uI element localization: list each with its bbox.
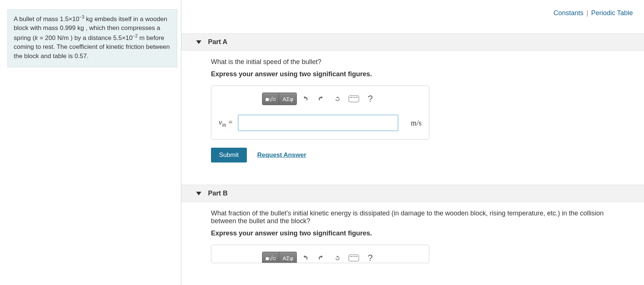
part-b-title: Part B — [208, 190, 228, 197]
undo-button[interactable] — [297, 93, 313, 105]
part-a: Part A What is the initial speed of the … — [181, 33, 644, 174]
reset-button[interactable] — [329, 252, 346, 263]
redo-button[interactable] — [313, 252, 329, 263]
part-b-header[interactable]: Part B — [181, 185, 644, 202]
greek-symbols-button[interactable]: ΑΣφ — [279, 93, 296, 105]
action-row-a: Submit Request Answer — [211, 148, 629, 162]
variable-label: vin = — [219, 118, 233, 128]
periodic-table-link[interactable]: Periodic Table — [591, 9, 633, 17]
collapse-icon — [196, 40, 201, 44]
format-button-group: √ ΑΣφ — [262, 93, 297, 105]
answer-input-row: vin = m/s — [219, 115, 422, 131]
part-b-body: What fraction of the bullet's initial ki… — [181, 202, 644, 263]
help-button[interactable]: ? — [362, 93, 378, 105]
part-a-question: What is the initial speed of the bullet? — [211, 58, 629, 66]
problem-sidebar: A bullet of mass 1.5×10−3 kg embeds itse… — [0, 0, 181, 285]
constants-link[interactable]: Constants — [553, 9, 583, 17]
reference-links: Constants | Periodic Table — [553, 9, 633, 17]
collapse-icon — [196, 192, 201, 195]
units-label: m/s — [411, 119, 422, 127]
part-b-question: What fraction of the bullet's initial ki… — [211, 209, 629, 225]
request-answer-link[interactable]: Request Answer — [257, 151, 306, 159]
keyboard-button[interactable] — [346, 252, 362, 263]
link-separator: | — [587, 9, 588, 17]
templates-button[interactable]: √ — [262, 93, 279, 105]
problem-statement: A bullet of mass 1.5×10−3 kg embeds itse… — [7, 9, 177, 67]
format-button-group: √ ΑΣφ — [262, 252, 297, 263]
part-b: Part B What fraction of the bullet's ini… — [181, 185, 644, 263]
help-button[interactable]: ? — [362, 252, 378, 263]
undo-button[interactable] — [297, 252, 313, 263]
templates-button[interactable]: √ — [262, 252, 279, 263]
answer-box-a: √ ΑΣφ ? — [211, 86, 429, 140]
part-a-body: What is the initial speed of the bullet?… — [181, 51, 644, 174]
answer-input[interactable] — [238, 115, 398, 131]
reset-button[interactable] — [329, 93, 346, 105]
main-content: Constants | Periodic Table Part A What i… — [181, 0, 644, 285]
part-a-title: Part A — [208, 38, 227, 46]
greek-symbols-button[interactable]: ΑΣφ — [279, 252, 296, 263]
answer-box-b: √ ΑΣφ ? — [211, 245, 429, 263]
equation-toolbar: √ ΑΣφ ? — [219, 93, 422, 105]
part-a-instruction: Express your answer using two significan… — [211, 70, 629, 78]
submit-button[interactable]: Submit — [211, 148, 247, 162]
equation-toolbar: √ ΑΣφ ? — [219, 252, 422, 263]
redo-button[interactable] — [313, 93, 329, 105]
part-a-header[interactable]: Part A — [181, 33, 644, 51]
keyboard-button[interactable] — [346, 93, 362, 105]
part-b-instruction: Express your answer using two significan… — [211, 229, 629, 237]
